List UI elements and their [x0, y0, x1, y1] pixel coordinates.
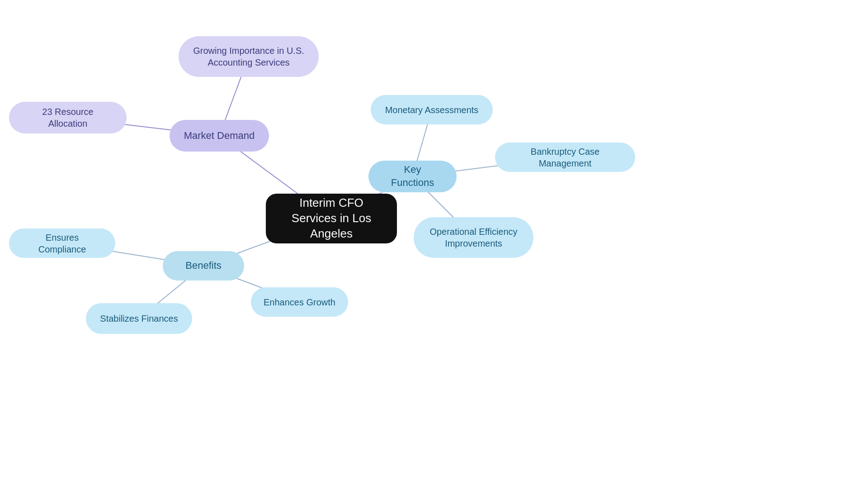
key-functions-label: Key Functions — [381, 163, 444, 189]
growing-importance-node: Growing Importance in U.S. Accounting Se… — [179, 36, 319, 77]
stabilizes-finances-label: Stabilizes Finances — [100, 313, 178, 324]
growing-importance-label: Growing Importance in U.S. Accounting Se… — [191, 45, 306, 68]
monetary-assessments-label: Monetary Assessments — [385, 104, 479, 116]
market-demand-label: Market Demand — [184, 129, 255, 143]
enhances-growth-label: Enhances Growth — [264, 296, 335, 308]
benefits-node: Benefits — [163, 251, 244, 281]
key-functions-node: Key Functions — [368, 161, 457, 192]
bankruptcy-case-label: Bankruptcy Case Management — [508, 146, 623, 169]
enhances-growth-node: Enhances Growth — [251, 287, 348, 317]
resource-allocation-node: 23 Resource Allocation — [9, 102, 127, 133]
center-label: Interim CFO Services in Los Angeles — [278, 195, 384, 241]
stabilizes-finances-node: Stabilizes Finances — [86, 303, 192, 334]
ensures-compliance-label: Ensures Compliance — [22, 232, 103, 255]
operational-efficiency-label: Operational Efficiency Improvements — [426, 226, 521, 249]
benefits-label: Benefits — [185, 259, 222, 272]
center-node: Interim CFO Services in Los Angeles — [266, 194, 397, 243]
ensures-compliance-node: Ensures Compliance — [9, 228, 115, 258]
resource-allocation-label: 23 Resource Allocation — [22, 106, 114, 129]
operational-efficiency-node: Operational Efficiency Improvements — [414, 217, 533, 258]
bankruptcy-case-node: Bankruptcy Case Management — [495, 143, 635, 172]
market-demand-node: Market Demand — [170, 120, 269, 152]
monetary-assessments-node: Monetary Assessments — [371, 95, 493, 124]
